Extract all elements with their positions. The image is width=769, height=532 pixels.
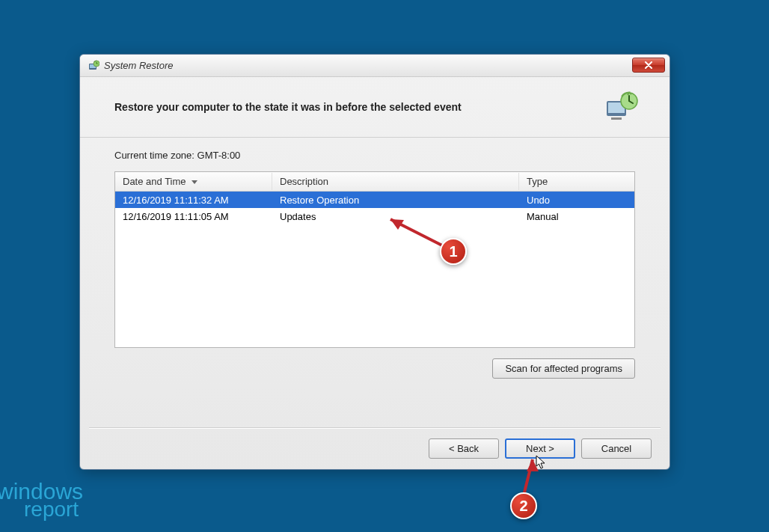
back-button[interactable]: < Back xyxy=(429,438,499,459)
footer-separator xyxy=(89,427,661,429)
cell-type: Manual xyxy=(519,210,634,224)
annotation-badge-2: 2 xyxy=(510,492,537,519)
sort-indicator-icon xyxy=(192,176,197,180)
cell-date: 12/16/2019 11:11:32 AM xyxy=(115,193,272,207)
watermark-line2: report xyxy=(24,501,83,519)
page-heading: Restore your computer to the state it wa… xyxy=(114,101,462,113)
column-header-description[interactable]: Description xyxy=(272,173,519,190)
mouse-cursor-icon xyxy=(536,455,546,470)
table-header: Date and Time Description Type xyxy=(115,172,634,192)
wizard-body: Current time zone: GMT-8:00 Date and Tim… xyxy=(80,138,670,386)
wizard-header: Restore your computer to the state it wa… xyxy=(80,77,670,138)
close-button[interactable] xyxy=(632,58,665,73)
system-restore-window: System Restore Restore your computer to … xyxy=(79,54,670,470)
timezone-label: Current time zone: GMT-8:00 xyxy=(114,150,635,161)
cancel-button[interactable]: Cancel xyxy=(581,438,652,459)
restore-points-table[interactable]: Date and Time Description Type 12/16/201… xyxy=(114,171,635,348)
cell-type: Undo xyxy=(519,193,634,207)
svg-rect-5 xyxy=(611,117,622,120)
table-row[interactable]: 12/16/2019 11:11:05 AMUpdatesManual xyxy=(115,208,634,224)
window-title: System Restore xyxy=(104,60,173,71)
column-header-date[interactable]: Date and Time xyxy=(115,173,272,190)
cell-date: 12/16/2019 11:11:05 AM xyxy=(115,210,272,224)
app-icon xyxy=(88,60,99,72)
titlebar[interactable]: System Restore xyxy=(80,55,670,77)
column-header-type[interactable]: Type xyxy=(519,173,634,190)
table-row[interactable]: 12/16/2019 11:11:32 AMRestore OperationU… xyxy=(115,192,634,208)
scan-affected-programs-button[interactable]: Scan for affected programs xyxy=(492,358,635,379)
cell-description: Updates xyxy=(272,210,519,224)
watermark: windows report xyxy=(0,482,83,519)
cell-description: Restore Operation xyxy=(272,193,519,207)
annotation-badge-1: 1 xyxy=(440,238,467,265)
close-icon xyxy=(644,61,653,69)
table-body: 12/16/2019 11:11:32 AMRestore OperationU… xyxy=(115,192,634,224)
restore-icon xyxy=(602,91,640,123)
